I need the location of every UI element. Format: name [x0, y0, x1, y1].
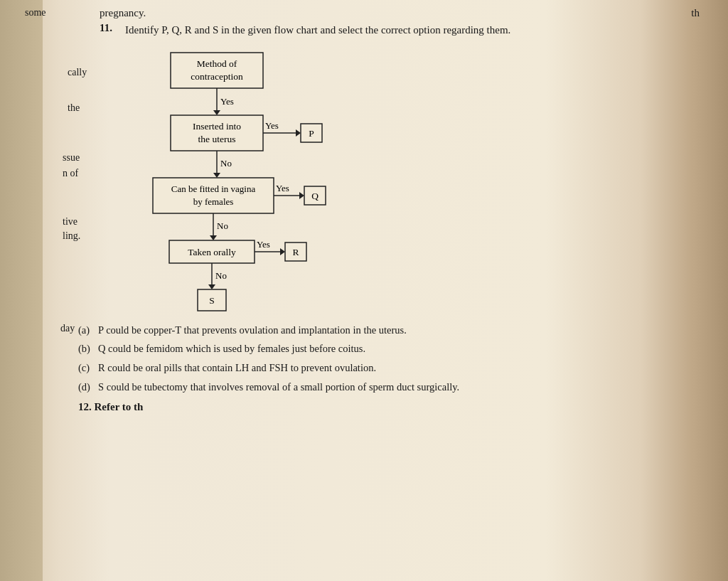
- question-text: Identify P, Q, R and S in the given flow…: [125, 22, 510, 38]
- side-label-cally2: cally: [68, 67, 87, 78]
- question-number: 11.: [100, 22, 125, 34]
- side-label-tive: tive: [63, 216, 77, 228]
- svg-marker-21: [299, 192, 304, 199]
- option-b: (b) Q could be femidom which is used by …: [78, 341, 678, 357]
- svg-text:P: P: [309, 128, 314, 139]
- option-c-letter: (c): [78, 361, 98, 376]
- svg-text:Q: Q: [311, 191, 318, 201]
- svg-text:No: No: [220, 158, 232, 169]
- right-corner-text: th: [691, 7, 700, 19]
- side-label-some: some: [25, 7, 46, 18]
- svg-text:the uterus: the uterus: [198, 134, 236, 144]
- svg-text:No: No: [217, 220, 228, 231]
- svg-marker-31: [280, 248, 285, 255]
- option-c: (c) R could be oral pills that contain L…: [78, 361, 678, 376]
- option-c-text: R could be oral pills that contain LH an…: [98, 361, 376, 376]
- flowchart: Method of contraception Yes Inserted int…: [92, 46, 391, 330]
- option-d-text: S could be tubectomy that involves remov…: [98, 380, 459, 395]
- svg-text:No: No: [215, 270, 227, 281]
- option-d-letter: (d): [78, 380, 98, 395]
- option-b-text: Q could be femidom which is used by fema…: [98, 341, 365, 357]
- svg-marker-36: [208, 284, 215, 289]
- side-label-ling: ling.: [63, 230, 80, 242]
- top-text: pregnancy.: [100, 7, 146, 19]
- svg-text:Inserted into: Inserted into: [193, 121, 241, 132]
- svg-marker-10: [296, 129, 301, 137]
- svg-text:by females: by females: [193, 196, 234, 207]
- left-margin: [0, 0, 43, 581]
- svg-text:Can be fitted in vagina: Can be fitted in vagina: [171, 183, 256, 194]
- option-a: (a) P could be copper-T that prevents ov…: [78, 323, 678, 339]
- side-label-ssue: ssue: [63, 152, 80, 164]
- svg-text:contraception: contraception: [191, 71, 243, 82]
- option-b-letter: (b): [78, 341, 98, 357]
- svg-marker-15: [213, 173, 220, 178]
- option-d: (d) S could be tubectomy that involves r…: [78, 380, 678, 395]
- option-a-letter: (a): [78, 323, 98, 339]
- svg-text:R: R: [292, 247, 299, 257]
- side-label-day: day: [60, 323, 75, 334]
- content-area: some pregnancy. th 11. Identify P, Q, R …: [43, 0, 692, 427]
- side-label-nof: n of: [63, 168, 78, 179]
- svg-text:S: S: [209, 295, 215, 306]
- svg-text:Method of: Method of: [197, 58, 237, 69]
- right-margin: [692, 0, 728, 581]
- svg-text:Taken orally: Taken orally: [188, 247, 236, 257]
- bottom-ref: 12. Refer to th: [78, 401, 678, 413]
- svg-text:Yes: Yes: [276, 183, 289, 193]
- options-block: day (a) P could be copper-T that prevent…: [78, 323, 678, 413]
- svg-marker-26: [210, 235, 217, 240]
- svg-text:Yes: Yes: [265, 120, 279, 131]
- svg-text:Yes: Yes: [220, 96, 234, 107]
- svg-marker-4: [213, 110, 220, 115]
- svg-text:Yes: Yes: [257, 239, 270, 250]
- option-a-text: P could be copper-T that prevents ovulat…: [98, 323, 407, 339]
- side-label-the: the: [68, 102, 80, 114]
